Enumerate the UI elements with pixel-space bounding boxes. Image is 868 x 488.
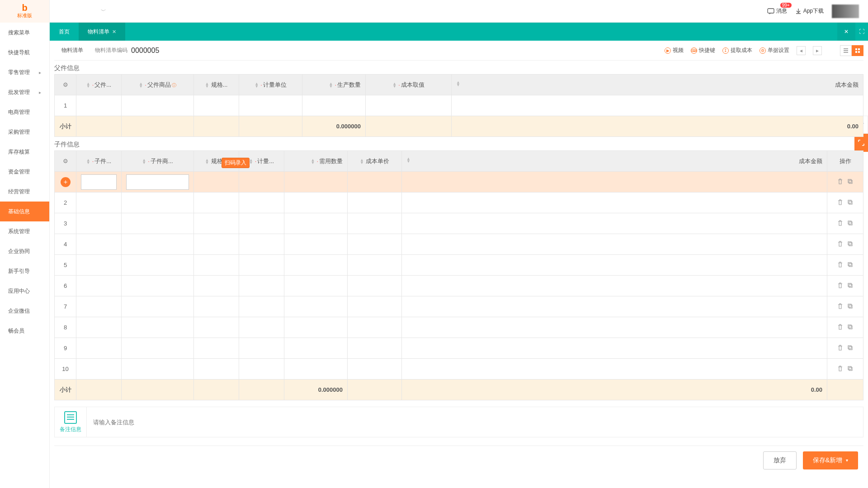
subtab-bom[interactable]: 物料清单 [54,41,90,60]
delete-row-icon[interactable] [837,178,844,184]
save-and-new-button[interactable]: 保存&新增 ▾ [803,451,858,469]
child-goods-input[interactable] [126,174,189,190]
remark-input[interactable] [86,407,863,437]
table-row[interactable]: 6 [55,276,863,296]
prev-button[interactable]: ◂ [797,46,806,55]
table-row[interactable]: 9 [55,338,863,359]
sidebar-item-3[interactable]: 批发管理▸ [0,82,49,102]
org-selector[interactable]: ﹀ [59,7,106,15]
svg-rect-11 [848,242,851,245]
sidebar-item-13[interactable]: 应用中心 [0,281,49,301]
sidebar-item-2[interactable]: 零售管理▸ [0,62,49,82]
table-row[interactable]: 2 [55,192,863,213]
delete-row-icon[interactable] [837,366,844,371]
svg-rect-23 [848,366,851,370]
col-parent-cost-amt[interactable]: ▲▼成本金额 [452,75,863,95]
app-download-button[interactable]: App下载 [795,7,824,15]
sidebar-item-11[interactable]: 企业协同 [0,241,49,261]
table-row[interactable]: 4 [55,234,863,255]
messages-button[interactable]: 消息 99+ [767,7,787,15]
sidebar-item-15[interactable]: 畅会员 [0,321,49,341]
col-child-code[interactable]: ▲▼·子件... [76,151,122,172]
tool-video[interactable]: ▶视频 [665,47,684,54]
close-icon[interactable]: ✕ [112,29,116,35]
sidebar-item-8[interactable]: 经营管理 [0,182,49,202]
col-parent-qty[interactable]: ▲▼·生产数量 [302,75,366,95]
table-row[interactable]: 3 [55,213,863,234]
fetch-icon: ↧ [722,47,729,54]
svg-rect-20 [849,326,852,329]
svg-rect-10 [849,222,852,225]
col-child-goods[interactable]: ▲▼·子件商... [122,151,194,172]
brand-version: 标准版 [17,12,32,19]
table-row[interactable]: 7 [55,296,863,317]
sidebar-item-6[interactable]: 库存核算 [0,142,49,162]
table-row[interactable]: 10 [55,359,863,380]
col-settings[interactable]: ⚙ [55,75,76,95]
table-row[interactable]: 5 [55,255,863,276]
col-parent-code[interactable]: ▲▼·父件... [76,75,122,95]
tool-fetch-cost[interactable]: ↧提取成本 [722,47,752,54]
fullscreen-icon[interactable]: ⛶ [855,23,868,41]
col-child-qty[interactable]: ▲▼·需用数量 [284,151,348,172]
sidebar-item-0[interactable]: 搜索菜单 [0,23,49,42]
svg-rect-1 [855,48,857,50]
avatar[interactable] [832,5,859,18]
scan-entry-badge[interactable]: 扫码录入 [222,158,250,168]
tab-home[interactable]: 首页 [50,23,79,41]
table-row[interactable]: 8 [55,317,863,338]
sidebar-item-4[interactable]: 电商管理 [0,102,49,122]
delete-row-icon[interactable] [837,282,844,288]
discard-button[interactable]: 放弃 [763,451,797,469]
sidebar-item-5[interactable]: 采购管理 [0,122,49,142]
copy-row-icon[interactable] [847,282,854,288]
copy-row-icon[interactable] [847,324,854,330]
next-button[interactable]: ▸ [813,46,822,55]
col-parent-uom[interactable]: ▲▼·计量单位 [239,75,302,95]
svg-rect-7 [848,200,851,203]
sidebar-item-label: 零售管理 [8,69,30,76]
svg-rect-19 [848,325,851,328]
tool-doc-setting[interactable]: ⚙单据设置 [760,47,789,54]
delete-row-icon[interactable] [837,241,844,247]
copy-row-icon[interactable] [847,366,854,371]
delete-row-icon[interactable] [837,199,844,205]
view-list-button[interactable] [840,45,852,56]
delete-row-icon[interactable] [837,220,844,226]
tab-bom[interactable]: 物料清单 ✕ [79,23,125,41]
col-parent-spec[interactable]: ▲▼规格... [194,75,239,95]
col-child-unit-cost[interactable]: ▲▼成本单价 [348,151,402,172]
sidebar-item-10[interactable]: 系统管理 [0,221,49,241]
view-detail-button[interactable] [852,45,863,56]
sidebar-item-12[interactable]: 新手引导 [0,261,49,281]
child-table: ⚙ ▲▼·子件... ▲▼·子件商... ▲▼规格... ▲▼·计量... ▲▼… [54,150,863,400]
table-row[interactable]: ＋ [55,172,863,192]
tool-hotkey[interactable]: ⌨快捷键 [691,47,715,54]
svg-rect-5 [848,179,851,183]
col-settings[interactable]: ⚙ [55,151,76,172]
close-all-tabs-button[interactable]: ✕ [837,23,855,41]
chevron-down-icon: ▾ [846,458,848,463]
copy-row-icon[interactable] [847,345,854,351]
org-name [59,8,60,14]
col-parent-goods[interactable]: ▲▼·父件商品ⓘ [122,75,194,95]
sidebar-item-9[interactable]: 基础信息 [0,202,49,221]
copy-row-icon[interactable] [847,241,854,247]
col-parent-cost-src[interactable]: ▲▼·成本取值 [366,75,452,95]
col-child-cost-amt[interactable]: ▲▼成本金额 [402,151,827,172]
delete-row-icon[interactable] [837,262,844,267]
copy-row-icon[interactable] [847,262,854,267]
child-code-input[interactable] [81,174,117,190]
sidebar-item-14[interactable]: 企业微信 [0,301,49,321]
copy-row-icon[interactable] [847,303,854,309]
delete-row-icon[interactable] [837,324,844,330]
copy-row-icon[interactable] [847,220,854,226]
copy-row-icon[interactable] [847,178,854,184]
sidebar-item-7[interactable]: 资金管理 [0,162,49,182]
delete-row-icon[interactable] [837,345,844,351]
table-row[interactable]: 1 [55,95,863,116]
add-row-button[interactable]: ＋ [61,177,71,187]
delete-row-icon[interactable] [837,303,844,309]
copy-row-icon[interactable] [847,199,854,205]
sidebar-item-1[interactable]: 快捷导航 [0,42,49,62]
